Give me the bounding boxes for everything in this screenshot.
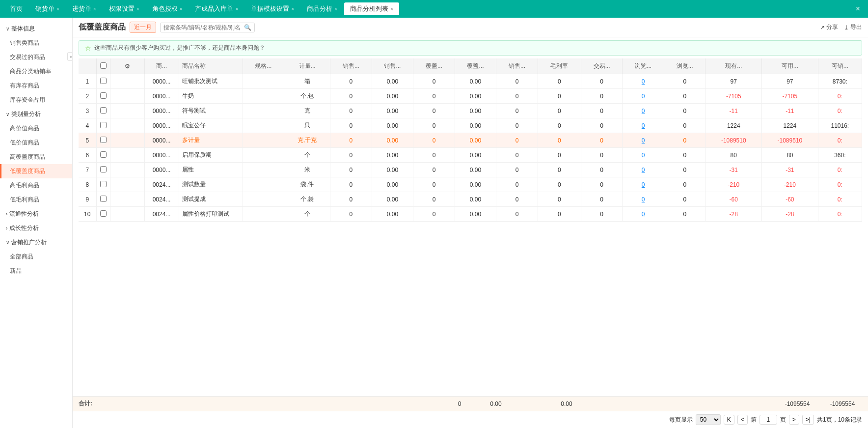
cell-check[interactable] [96, 207, 110, 222]
nav-tab-close-1[interactable]: × [93, 6, 96, 12]
sidebar-item-high-value[interactable]: 高价值商品 [0, 121, 72, 136]
page-size-select[interactable]: 50 20 100 [696, 414, 721, 425]
sidebar-section-marketing[interactable]: ∨ 营销推广分析 [0, 235, 72, 250]
settings-icon[interactable]: ⚙ [125, 63, 130, 70]
nav-tab-close-7[interactable]: × [390, 6, 393, 12]
cell-browse1[interactable]: 0 [623, 148, 664, 163]
th-settings[interactable]: ⚙ [110, 58, 144, 74]
nav-tab-0[interactable]: 销货单 × [29, 2, 65, 15]
cell-browse1[interactable]: 0 [623, 163, 664, 177]
nav-tab-7[interactable]: 商品分析列表 × [344, 2, 399, 15]
cell-browse1[interactable]: 0 [623, 177, 664, 192]
row-checkbox[interactable] [100, 92, 107, 99]
cell-name[interactable]: 牛奶 [179, 89, 243, 104]
row-checkbox[interactable] [100, 210, 107, 217]
nav-tab-1[interactable]: 进货单 × [66, 2, 102, 15]
cell-browse1[interactable]: 0 [623, 74, 664, 89]
first-page-button[interactable]: K [724, 415, 734, 425]
sidebar-section-liquidity[interactable]: › 流通性分析 [0, 207, 72, 221]
row-checkbox[interactable] [100, 151, 107, 158]
nav-tab-close-6[interactable]: × [334, 6, 337, 12]
nav-home[interactable]: 首页 [4, 2, 28, 15]
nav-tab-4[interactable]: 产成品入库单 × [189, 2, 244, 15]
nav-tab-close-4[interactable]: × [235, 6, 238, 12]
sidebar-section-growth[interactable]: › 成长性分析 [0, 221, 72, 235]
export-button[interactable]: ⤓ 导出 [844, 23, 862, 31]
select-all-checkbox[interactable] [100, 62, 107, 69]
cell-check[interactable] [96, 89, 110, 104]
sidebar-item-category-rate[interactable]: 商品分类动销率 [0, 64, 72, 79]
sidebar-section-overall[interactable]: ∨ 整体信息 [0, 22, 72, 36]
nav-tab-close-5[interactable]: × [291, 6, 294, 12]
search-input[interactable] [163, 24, 242, 31]
sidebar-item-sales-goods[interactable]: 销售类商品 [0, 36, 72, 50]
nav-tab-close-2[interactable]: × [136, 6, 139, 12]
cell-cover1: 0 [413, 118, 455, 133]
sidebar-item-high-coverage[interactable]: 高覆盖度商品 [0, 150, 72, 164]
nav-tab-close-3[interactable]: × [180, 6, 183, 12]
last-page-button[interactable]: >| [802, 415, 814, 425]
cell-name[interactable]: 属性 [179, 163, 243, 177]
cell-check[interactable] [96, 74, 110, 89]
cell-name[interactable]: 旺铺批次测试 [179, 74, 243, 89]
row-checkbox[interactable] [100, 122, 107, 128]
row-checkbox[interactable] [100, 107, 107, 114]
page-number-input[interactable] [760, 415, 777, 425]
sidebar-section-category[interactable]: ∨ 类别量分析 [0, 107, 72, 121]
cell-browse1[interactable]: 0 [623, 89, 664, 104]
sidebar-collapse-button[interactable]: « [67, 52, 73, 61]
cell-name[interactable]: 眠宝公仔 [179, 118, 243, 133]
cell-check[interactable] [96, 148, 110, 163]
row-checkbox[interactable] [100, 196, 107, 202]
table-container[interactable]: ⚙ 商... 商品名称 规格... 计量... 销售... 销售... 覆盖..… [73, 58, 868, 396]
row-checkbox[interactable] [100, 181, 107, 187]
cell-browse1[interactable]: 0 [623, 133, 664, 148]
th-check[interactable] [96, 58, 110, 74]
cell-check[interactable] [96, 192, 110, 207]
cell-browse1[interactable]: 0 [623, 207, 664, 222]
cell-name[interactable]: 测试数量 [179, 177, 243, 192]
date-filter-button[interactable]: 近一月 [130, 22, 156, 33]
row-checkbox[interactable] [100, 137, 107, 143]
sidebar-item-all-goods[interactable]: 全部商品 [0, 250, 72, 264]
cell-name[interactable]: 属性价格打印测试 [179, 207, 243, 222]
sidebar-item-traded-goods[interactable]: 交易过的商品 [0, 50, 72, 64]
th-browse2: 浏览... [664, 58, 705, 74]
cell-name[interactable]: 测试提成 [179, 192, 243, 207]
nav-tab-2[interactable]: 权限设置 × [103, 2, 145, 15]
sidebar-item-high-margin[interactable]: 高毛利商品 [0, 178, 72, 193]
row-checkbox[interactable] [100, 78, 107, 84]
row-checkbox[interactable] [100, 166, 107, 172]
sidebar-section-overall-label: 整体信息 [11, 25, 35, 33]
share-button[interactable]: ↗ 分享 [820, 23, 838, 31]
window-close-button[interactable]: × [852, 4, 864, 13]
cell-browse1[interactable]: 0 [623, 192, 664, 207]
cell-check[interactable] [96, 133, 110, 148]
cell-browse1[interactable]: 0 [623, 104, 664, 118]
search-icon[interactable]: 🔍 [244, 24, 251, 31]
cell-check[interactable] [96, 177, 110, 192]
cell-browse1[interactable]: 0 [623, 118, 664, 133]
nav-tab-close-0[interactable]: × [56, 6, 59, 12]
sidebar-item-low-margin[interactable]: 低毛利商品 [0, 193, 72, 207]
nav-tab-3[interactable]: 角色授权 × [146, 2, 189, 15]
sidebar-item-in-stock[interactable]: 有库存商品 [0, 79, 72, 93]
sidebar-item-new-goods[interactable]: 新品 [0, 264, 72, 278]
footer-label: 合计: [79, 399, 92, 408]
sidebar-item-capital[interactable]: 库存资金占用 [0, 93, 72, 107]
sidebar-item-low-coverage[interactable]: 低覆盖度商品 [0, 164, 72, 178]
sidebar-item-low-value[interactable]: 低价值商品 [0, 136, 72, 150]
nav-tab-6[interactable]: 商品分析 × [301, 2, 343, 15]
cell-check[interactable] [96, 104, 110, 118]
prev-page-button[interactable]: < [737, 415, 748, 425]
cell-check[interactable] [96, 118, 110, 133]
cell-current: -210 [705, 177, 762, 192]
cell-cover2: 0.00 [455, 104, 496, 118]
next-page-button[interactable]: > [789, 415, 799, 425]
cell-name[interactable]: 启用保质期 [179, 148, 243, 163]
cell-name[interactable]: 多计量 [179, 133, 243, 148]
cell-name[interactable]: 符号测试 [179, 104, 243, 118]
cell-check[interactable] [96, 163, 110, 177]
nav-tab-5[interactable]: 单据模板设置 × [245, 2, 300, 15]
top-nav: 首页 销货单 × 进货单 × 权限设置 × 角色授权 × 产成品入库单 × 单据… [0, 0, 868, 18]
